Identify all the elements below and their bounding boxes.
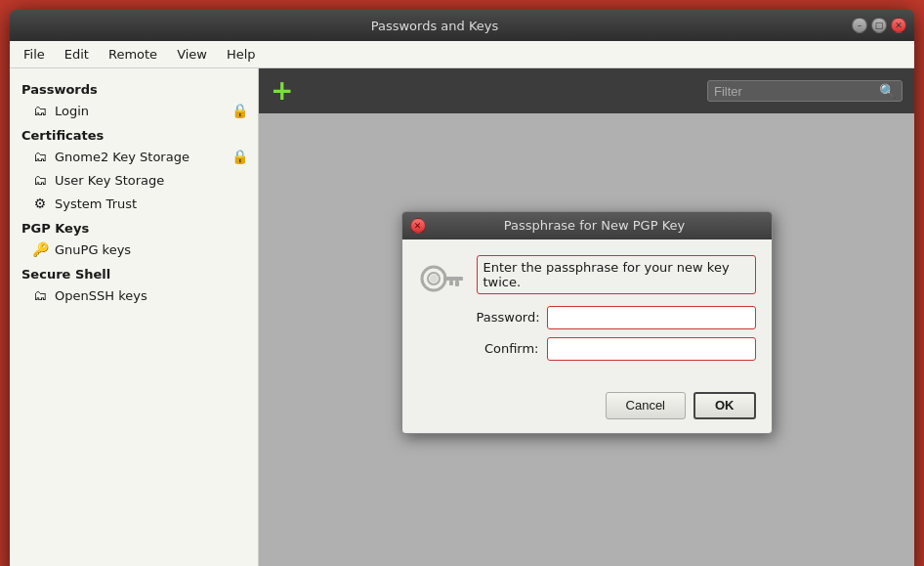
sidebar-item-openssh[interactable]: 🗂 OpenSSH keys [10,283,258,307]
dialog-title-bar: ✕ Passphrase for New PGP Key [402,212,772,239]
key-icon-area [418,255,465,369]
system-trust-icon: ⚙ [31,195,49,212]
ok-button[interactable]: OK [693,392,756,419]
gnupg-icon: 🔑 [31,240,49,258]
login-icon: 🗂 [31,102,49,119]
sidebar-item-gnupg[interactable]: 🔑 GnuPG keys [10,238,258,261]
sidebar: Passwords 🗂 Login 🔒 Certificates 🗂 Gnome… [10,68,259,566]
menu-view[interactable]: View [167,43,217,65]
gnome2-lock-icon: 🔒 [231,149,248,164]
openssh-icon: 🗂 [31,286,49,304]
dialog-instruction: Enter the passphrase for your new key tw… [477,255,756,294]
gnome2-icon: 🗂 [31,148,49,165]
title-bar-right-controls[interactable]: – □ ✕ [852,18,906,33]
section-secure-shell: Secure Shell [10,261,258,283]
sidebar-item-login[interactable]: 🗂 Login 🔒 [10,99,258,122]
confirm-input[interactable] [547,337,756,361]
section-certificates: Certificates [10,122,258,145]
cancel-button[interactable]: Cancel [606,392,686,419]
app-window: Passwords and Keys – □ ✕ File Edit Remot… [10,10,914,566]
confirm-row: Confirm: [477,337,756,361]
password-row: Password: [477,306,756,329]
userkey-icon: 🗂 [31,171,49,189]
password-label: Password: [477,310,547,325]
svg-rect-2 [443,277,463,281]
dialog-form: Enter the passphrase for your new key tw… [477,255,756,369]
dialog-overlay: ✕ Passphrase for New PGP Key [259,68,914,566]
dialog-buttons: Cancel OK [402,384,772,433]
key-icon [418,259,465,318]
confirm-label: Confirm: [477,341,547,356]
menu-edit[interactable]: Edit [55,43,99,65]
lock-icon: 🔒 [231,103,248,118]
dialog-body: Enter the passphrase for your new key tw… [402,239,772,384]
svg-rect-3 [455,281,459,286]
maximize-button[interactable]: □ [871,18,887,33]
svg-point-5 [430,275,438,283]
sidebar-item-user-key[interactable]: 🗂 User Key Storage [10,168,258,192]
dialog-close-button[interactable]: ✕ [410,218,426,234]
menu-help[interactable]: Help [217,43,266,65]
password-input[interactable] [547,306,756,329]
dialog-title: Passphrase for New PGP Key [426,218,764,233]
minimize-button[interactable]: – [852,18,867,33]
menu-bar: File Edit Remote View Help [10,41,914,68]
sidebar-item-gnome2[interactable]: 🗂 Gnome2 Key Storage 🔒 [10,145,258,168]
menu-remote[interactable]: Remote [99,43,167,65]
sidebar-item-system-trust[interactable]: ⚙ System Trust [10,192,258,215]
main-area: Passwords 🗂 Login 🔒 Certificates 🗂 Gnome… [10,68,914,566]
title-bar: Passwords and Keys – □ ✕ [10,10,914,41]
app-title: Passwords and Keys [18,19,852,33]
section-passwords: Passwords [10,76,258,99]
close-button[interactable]: ✕ [891,18,906,33]
dialog: ✕ Passphrase for New PGP Key [401,211,773,434]
menu-file[interactable]: File [14,43,55,65]
content-pane: + 🔍 ✕ Passphrase for New PGP Key [259,68,914,566]
svg-rect-4 [449,281,453,285]
section-pgp-keys: PGP Keys [10,215,258,238]
